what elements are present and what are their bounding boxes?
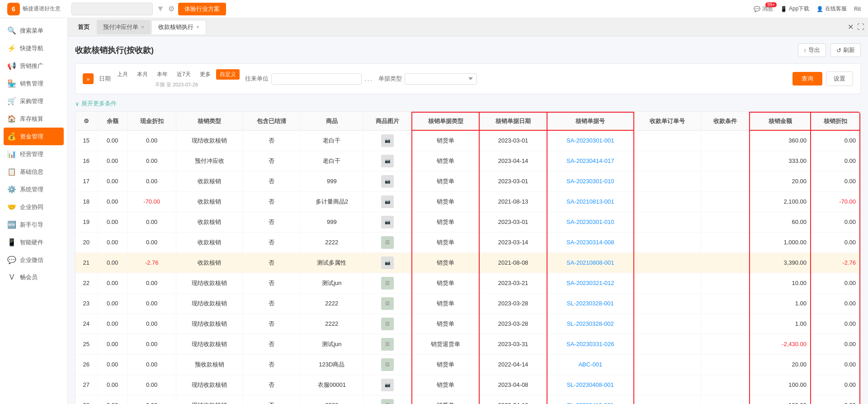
row-cancel-type: 预收款核销: [176, 354, 243, 375]
sidebar-item-member[interactable]: V 畅会员: [0, 269, 67, 286]
settings-icon[interactable]: ⚙: [168, 5, 175, 13]
cancel-bill-link[interactable]: SA-20230301-010: [566, 219, 614, 225]
this-month-btn[interactable]: 本月: [133, 69, 151, 80]
user-avatar[interactable]: Rit: [854, 6, 861, 12]
sidebar-item-finance[interactable]: 💰 资金管理: [4, 128, 64, 145]
cancel-bill-link[interactable]: SL-20230408-001: [567, 381, 614, 388]
goods-image: 📷: [381, 379, 394, 391]
tab-collect[interactable]: 收款核销执行 ×: [151, 20, 206, 34]
tab-prepay-close[interactable]: ×: [141, 24, 144, 30]
row-cancel-bill-no[interactable]: SA-20230414-017: [547, 151, 634, 171]
row-cancel-bill-no[interactable]: SA-20230314-008: [547, 232, 634, 252]
row-goods-img: 📷: [363, 375, 412, 395]
cancel-bill-link[interactable]: ABC-001: [578, 361, 602, 368]
cancel-bill-link[interactable]: SA-20230331-026: [566, 341, 614, 347]
cancel-bill-link[interactable]: SA-20230301-001: [566, 137, 614, 144]
expand-more-button[interactable]: ∨ 展开更多条件: [75, 100, 861, 108]
sidebar-item-label: 智能硬件: [20, 238, 43, 247]
message-btn[interactable]: 💬 消息 99+: [754, 5, 773, 13]
row-goods: 老白干: [300, 151, 363, 171]
row-collection-order-no: [634, 171, 701, 191]
cancel-bill-link[interactable]: SA-20230314-008: [566, 239, 614, 246]
row-cancel-discount: 0.00: [811, 232, 860, 252]
sidebar-item-system[interactable]: ⚙️ 系统管理: [0, 181, 67, 198]
row-goods-img: 📷: [363, 130, 412, 151]
sidebar-item-sales[interactable]: 🏪 销售管理: [0, 75, 67, 92]
refresh-button[interactable]: ↺ 刷新: [830, 43, 861, 57]
custom-date-btn[interactable]: 自定义: [216, 69, 240, 80]
row-cancel-discount: 0.00: [811, 171, 860, 191]
sidebar-item-ops[interactable]: 📊 经营管理: [0, 145, 67, 163]
sidebar-item-inventory[interactable]: 🏠 库存核算: [0, 110, 67, 128]
goods-image: 📷: [381, 134, 394, 147]
cancel-bill-link[interactable]: SA-20210808-001: [566, 259, 614, 266]
row-cancel-bill-no[interactable]: SA-20230301-010: [547, 212, 634, 232]
col-settings[interactable]: ⚙: [75, 112, 97, 130]
last-month-btn[interactable]: 上月: [113, 69, 132, 80]
column-settings-button[interactable]: 设置: [826, 71, 853, 86]
row-collection-condition: [701, 191, 750, 212]
sidebar-item-purchase[interactable]: 🛒 采购管理: [0, 92, 67, 110]
partner-input[interactable]: [271, 73, 362, 85]
row-cancel-bill-no[interactable]: SL-20230418-001: [547, 395, 634, 404]
column-settings-icon[interactable]: ⚙: [84, 118, 89, 124]
row-cancel-discount: -70.00: [811, 191, 860, 212]
cancel-bill-link[interactable]: SA-20210813-001: [566, 198, 614, 205]
row-cancel-bill-date: 2023-04-14: [479, 151, 547, 171]
app-download-btn[interactable]: 📱 App下载: [780, 5, 809, 13]
trial-button[interactable]: 体验行业方案: [178, 3, 226, 15]
voucher-type-select[interactable]: [405, 73, 477, 85]
query-button[interactable]: 查询: [793, 72, 822, 86]
last7-btn[interactable]: 近7天: [173, 69, 194, 80]
close-tab-btn[interactable]: ✕: [848, 23, 854, 31]
sidebar-item-search[interactable]: 🔍 搜索菜单: [0, 22, 67, 39]
row-cancel-bill-no[interactable]: SA-20230301-001: [547, 130, 634, 151]
sidebar-item-basic[interactable]: 📋 基础信息: [0, 163, 67, 181]
sidebar-item-marketing[interactable]: 📢 营销推广: [0, 57, 67, 75]
cancel-bill-link[interactable]: SA-20230414-017: [566, 157, 614, 164]
sidebar-item-hardware[interactable]: 📱 智能硬件: [0, 233, 67, 251]
row-goods-img: 🖼: [363, 395, 412, 404]
table-row: 17 0.00 0.00 收款核销 否 999 📷 销货单 2023-03-01…: [75, 171, 860, 191]
cancel-bill-link[interactable]: SL-20230418-001: [567, 402, 614, 404]
cancel-bill-link[interactable]: SA-20230301-010: [566, 178, 614, 185]
row-cancel-bill-no[interactable]: SL-20230328-002: [547, 314, 634, 334]
this-year-btn[interactable]: 本年: [153, 69, 171, 80]
tab-home[interactable]: 首页: [71, 20, 96, 34]
service-icon: 👤: [816, 6, 823, 12]
table-row: 25 0.00 0.00 现结收款核销 否 测试jun 🖼 销货退货单 2023…: [75, 334, 860, 354]
sidebar-item-wechat[interactable]: 💬 企业微信: [0, 251, 67, 269]
row-goods-img: 📷: [363, 151, 412, 171]
row-goods: 2222: [300, 395, 363, 404]
row-cancel-bill-no[interactable]: SA-20210808-001: [547, 252, 634, 273]
row-cancel-bill-no[interactable]: SA-20230301-010: [547, 171, 634, 191]
row-cancel-discount: 0.00: [811, 273, 860, 293]
sidebar-item-quick[interactable]: ⚡ 快捷导航: [0, 39, 67, 57]
goods-image: 🖼: [381, 338, 394, 351]
page-header: 收款核销执行(按收款) ↑ 导出 ↺ 刷新: [75, 43, 861, 57]
cancel-bill-link[interactable]: SL-20230328-001: [567, 300, 614, 307]
row-collection-order-no: [634, 273, 701, 293]
sidebar-item-guide[interactable]: 🆕 新手引导: [0, 216, 67, 233]
row-cancel-bill-no[interactable]: SL-20230328-001: [547, 293, 634, 314]
more-date-btn[interactable]: 更多: [196, 69, 214, 80]
top-search-input[interactable]: [71, 3, 153, 15]
row-cancel-bill-no[interactable]: SL-20230408-001: [547, 375, 634, 395]
cancel-bill-link[interactable]: SA-20230321-012: [566, 280, 614, 286]
tab-prepay[interactable]: 预付冲应付单 ×: [97, 20, 151, 34]
goods-image: 📷: [381, 175, 394, 188]
cancel-bill-link[interactable]: SL-20230328-002: [567, 320, 614, 327]
row-cancel-bill-no[interactable]: SA-20230321-012: [547, 273, 634, 293]
row-collection-order-no: [634, 314, 701, 334]
main-content: 首页 预付冲应付单 × 收款核销执行 × ✕ ⛶ 收款核销执行(按收款): [68, 18, 868, 404]
data-table-container: ⚙ 余额 现金折扣 核销类型 包含已结清 商品 商品图片 核销单据类型 核销单据…: [75, 111, 861, 404]
maximize-tab-btn[interactable]: ⛶: [857, 23, 864, 31]
filter-expand-button[interactable]: »: [83, 73, 94, 84]
tab-collect-close[interactable]: ×: [196, 24, 199, 30]
row-cancel-bill-no[interactable]: ABC-001: [547, 354, 634, 375]
row-cancel-bill-no[interactable]: SA-20210813-001: [547, 191, 634, 212]
sidebar-item-enterprise[interactable]: 🤝 企业协同: [0, 198, 67, 216]
export-button[interactable]: ↑ 导出: [798, 43, 826, 57]
row-cancel-bill-no[interactable]: SA-20230331-026: [547, 334, 634, 354]
service-btn[interactable]: 👤 在线客服: [816, 5, 847, 13]
